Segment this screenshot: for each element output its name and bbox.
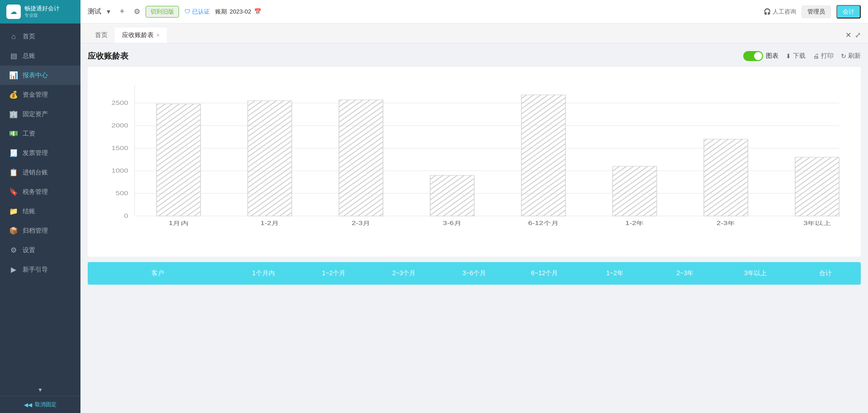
table-header-cell: 1~2年 [580, 262, 650, 285]
company-name: 测试 [88, 7, 101, 16]
nav-label-invoice: 发票管理 [23, 149, 48, 157]
download-button[interactable]: ⬇ 下载 [786, 52, 806, 60]
bar-chart: 0 500 1000 1500 2000 2500 1月内 [97, 76, 852, 243]
sidebar-item-reports[interactable]: 📊 报表中心 [0, 66, 80, 85]
calendar-icon[interactable]: 📅 [254, 8, 261, 15]
sidebar-item-settings[interactable]: ⚙ 设置 [0, 240, 80, 260]
close-window-icon[interactable]: ✕ [845, 31, 851, 39]
page-actions: 图表 ⬇ 下载 🖨 打印 ↻ 刷新 [743, 51, 861, 61]
period-value: 2023-02 [230, 8, 251, 15]
nav-label-settings: 设置 [23, 246, 35, 254]
page-title: 应收账龄表 [88, 51, 128, 61]
svg-text:1-2年: 1-2年 [625, 220, 644, 226]
bar-2-3-month [339, 100, 383, 216]
sidebar-item-sales[interactable]: 📋 进销台账 [0, 163, 80, 182]
nav-icon-ledger: ▤ [9, 52, 18, 60]
sidebar-item-ledger[interactable]: ▤ 总账 [0, 46, 80, 66]
bar-3-6-month [430, 175, 474, 216]
add-button[interactable]: + [116, 5, 128, 18]
period-label: 账期 [215, 8, 227, 16]
tab-aging-label: 应收账龄表 [122, 31, 154, 39]
tabs-bar: 首页 应收账龄表 × ✕ ⤢ [80, 23, 868, 43]
company-dropdown[interactable]: ▾ [107, 7, 110, 16]
svg-text:6-12个月: 6-12个月 [528, 220, 559, 226]
user-button[interactable]: 管理员 [802, 5, 831, 18]
old-version-button[interactable]: 切到旧版 [146, 6, 179, 18]
table-header-cell: 6~12个月 [509, 262, 580, 285]
consult-button[interactable]: 🎧 人工咨询 [764, 8, 796, 16]
sidebar-item-assets[interactable]: 🏢 固定资产 [0, 104, 80, 124]
sidebar-item-tax[interactable]: 🔖 税务管理 [0, 182, 80, 202]
topbar: 测试 ▾ + ⚙ 切到旧版 🛡 已认证 账期 2023-02 📅 🎧 人工咨询 … [80, 0, 868, 23]
refresh-button[interactable]: ↻ 刷新 [841, 52, 861, 60]
svg-text:0: 0 [124, 213, 128, 219]
table-header-cell: 3~6个月 [439, 262, 509, 285]
nav-label-tax: 税务管理 [23, 188, 48, 196]
sidebar-item-salary[interactable]: 💵 工资 [0, 124, 80, 143]
bar-1-2-year [613, 166, 656, 216]
sidebar-logo: ☁ 畅捷通好会计 专业版 [0, 0, 80, 23]
main-area: 测试 ▾ + ⚙ 切到旧版 🛡 已认证 账期 2023-02 📅 🎧 人工咨询 … [80, 0, 868, 413]
role-button[interactable]: 会计 [836, 5, 861, 19]
bar-2-3-year [704, 139, 748, 216]
sidebar-nav: ⌂ 首页 ▤ 总账 📊 报表中心 💰 资金管理 🏢 固定资产 💵 工资 🧾 发票… [0, 23, 80, 384]
nav-label-guide: 新手引导 [23, 266, 48, 274]
nav-label-archive: 归档管理 [23, 227, 48, 235]
bar-3plus-year [795, 157, 839, 216]
nav-label-ledger: 总账 [23, 52, 35, 60]
svg-text:3-6月: 3-6月 [443, 220, 462, 226]
sidebar-item-archive[interactable]: 📦 归档管理 [0, 221, 80, 240]
chart-section: 0 500 1000 1500 2000 2500 1月内 [88, 67, 861, 257]
svg-text:1月内: 1月内 [169, 220, 189, 226]
cancel-fixed-button[interactable]: ◀◀ 取消固定 [0, 396, 80, 413]
nav-label-assets: 固定资产 [23, 110, 48, 118]
chart-toggle-container: 图表 [743, 51, 778, 61]
svg-text:3年以上: 3年以上 [803, 220, 831, 226]
sidebar: ☁ 畅捷通好会计 专业版 ⌂ 首页 ▤ 总账 📊 报表中心 💰 资金管理 🏢 固… [0, 0, 80, 413]
content-area: 应收账龄表 图表 ⬇ 下载 🖨 打印 ↻ 刷新 [80, 43, 868, 413]
table-header-cell: 1个月内 [228, 262, 298, 285]
tab-home-label: 首页 [95, 31, 108, 39]
nav-label-funds: 资金管理 [23, 91, 48, 99]
svg-text:1500: 1500 [111, 145, 128, 151]
nav-icon-assets: 🏢 [9, 110, 18, 118]
nav-label-home: 首页 [23, 33, 35, 41]
nav-icon-sales: 📋 [9, 168, 18, 177]
sidebar-item-guide[interactable]: ▶ 新手引导 [0, 260, 80, 279]
scroll-indicator: ▼ [0, 384, 80, 396]
svg-text:2-3年: 2-3年 [717, 220, 735, 226]
sidebar-item-funds[interactable]: 💰 资金管理 [0, 85, 80, 104]
download-icon: ⬇ [786, 52, 791, 60]
refresh-icon: ↻ [841, 52, 846, 60]
svg-text:1-2月: 1-2月 [260, 220, 279, 226]
svg-text:2000: 2000 [111, 122, 128, 128]
print-button[interactable]: 🖨 打印 [813, 52, 834, 60]
svg-text:2500: 2500 [111, 100, 128, 106]
nav-icon-guide: ▶ [9, 265, 18, 274]
sidebar-item-closing[interactable]: 📁 结账 [0, 202, 80, 221]
page-header: 应收账龄表 图表 ⬇ 下载 🖨 打印 ↻ 刷新 [88, 51, 861, 61]
expand-icon[interactable]: ⤢ [855, 31, 861, 39]
nav-label-reports: 报表中心 [23, 71, 48, 80]
logo-icon: ☁ [6, 5, 21, 19]
tab-home[interactable]: 首页 [88, 28, 115, 43]
nav-icon-salary: 💵 [9, 129, 18, 138]
table-header-cell: 2~3年 [650, 262, 720, 285]
sidebar-item-invoice[interactable]: 🧾 发票管理 [0, 143, 80, 163]
certified-badge: 🛡 已认证 [184, 8, 210, 16]
sidebar-item-home[interactable]: ⌂ 首页 [0, 27, 80, 46]
tab-aging[interactable]: 应收账龄表 × [115, 28, 167, 43]
tab-close-icon[interactable]: × [156, 32, 160, 38]
table-header-cell: 3年以上 [720, 262, 790, 285]
settings-icon[interactable]: ⚙ [134, 7, 140, 16]
bar-6-12-month [521, 95, 565, 216]
chart-toggle[interactable] [743, 51, 763, 61]
table-header-cell: 2~3个月 [369, 262, 439, 285]
nav-icon-settings: ⚙ [9, 246, 18, 254]
nav-icon-reports: 📊 [9, 71, 18, 80]
bar-1-month [156, 104, 200, 216]
tabs-right-actions: ✕ ⤢ [845, 31, 861, 39]
certified-icon: 🛡 [184, 8, 190, 15]
print-icon: 🖨 [813, 52, 819, 60]
table-section: 客户1个月内1~2个月2~3个月3~6个月6~12个月1~2年2~3年3年以上合… [88, 262, 861, 285]
